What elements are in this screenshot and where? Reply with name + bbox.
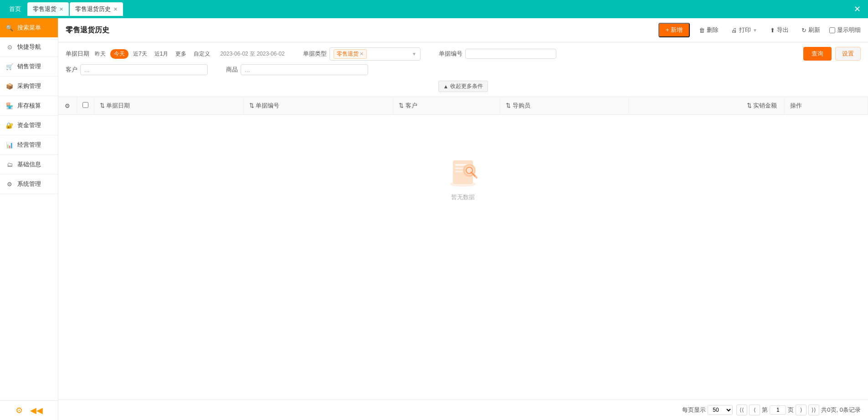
basic-icon: 🗂: [5, 160, 14, 169]
tab-return-history-close[interactable]: ✕: [113, 6, 118, 12]
th-checkbox: [77, 97, 94, 115]
settings-bottom-icon[interactable]: ⚙: [15, 405, 23, 415]
prev-page-button[interactable]: ⟨: [749, 405, 760, 415]
tab-home[interactable]: 首页: [4, 2, 26, 16]
th-guide[interactable]: ⇅ 导购员: [500, 97, 629, 115]
customer-label: 客户: [66, 66, 77, 74]
tab-return-close[interactable]: ✕: [59, 6, 63, 12]
purchase-icon: 📦: [5, 82, 14, 90]
page-label: 第: [762, 406, 768, 414]
pagination-bar: 每页显示 50 10 20 100 ⟨⟨ ⟨ 第 页 ⟩ ⟩⟩ 共0页, 0条记…: [58, 400, 868, 420]
date-filter-label: 单据日期: [66, 50, 89, 58]
sidebar-item-operation-label: 经营管理: [17, 141, 41, 149]
tab-bar: 首页 零售退货 ✕ 零售退货历史 ✕: [4, 2, 854, 16]
tab-return[interactable]: 零售退货 ✕: [27, 2, 69, 16]
filter-row-1: 单据日期 昨天 今天 近7天 近1月 更多 自定义 2023-06-02 至 2…: [66, 47, 861, 61]
sidebar-item-basic[interactable]: 🗂 基础信息: [0, 155, 58, 174]
doc-no-label: 单据编号: [439, 50, 462, 58]
sidebar-item-basic-label: 基础信息: [17, 160, 41, 169]
page-actions: + 新增 🗑 删除 🖨 打印 ▼ ⬆ 导出 ↻ 刷新: [658, 23, 861, 37]
doc-type-tag-close[interactable]: ✕: [360, 51, 364, 57]
delete-icon: 🗑: [699, 27, 705, 34]
tab-return-history[interactable]: 零售退货历史 ✕: [70, 2, 123, 16]
sidebar-item-system[interactable]: ⚙ 系统管理: [0, 174, 58, 194]
volume-icon[interactable]: ◀◀: [30, 405, 43, 415]
data-table: ⚙ ⇅ 单据日期 ⇅ 单据编号 ⇅ 客户: [58, 97, 868, 238]
table-header-row: ⚙ ⇅ 单据日期 ⇅ 单据编号 ⇅ 客户: [58, 97, 868, 115]
doc-type-label: 单据类型: [303, 50, 327, 58]
next-page-button[interactable]: ⟩: [796, 405, 806, 415]
print-icon: 🖨: [731, 27, 737, 34]
sidebar-item-quick-nav[interactable]: ⊙ 快捷导航: [0, 37, 58, 57]
page-title: 零售退货历史: [66, 26, 109, 35]
select-all-checkbox[interactable]: [82, 102, 88, 108]
window-close-button[interactable]: ✕: [854, 4, 861, 14]
show-detail-checkbox[interactable]: [829, 27, 835, 33]
export-button[interactable]: ⬆ 导出: [766, 24, 792, 36]
th-customer[interactable]: ⇅ 客户: [393, 97, 500, 115]
goods-filter: 商品 ...: [226, 64, 368, 75]
page-nav: ⟨⟨ ⟨ 第 页 ⟩ ⟩⟩ 共0页, 0条记录: [736, 405, 861, 415]
tab-home-label: 首页: [9, 5, 21, 13]
page-size-dropdown[interactable]: 50 10 20 100: [708, 405, 733, 415]
customer-select[interactable]: ...: [80, 64, 208, 75]
sidebar-search-label: 搜索菜单: [17, 24, 41, 32]
tab-return-label: 零售退货: [33, 5, 56, 13]
operation-icon: 📊: [5, 141, 14, 149]
goods-label: 商品: [226, 66, 238, 74]
page-size-select: 每页显示 50 10 20 100: [682, 405, 733, 415]
th-doc-no[interactable]: ⇅ 单据编号: [243, 97, 393, 115]
sidebar-item-finance-label: 资金管理: [17, 121, 41, 129]
date-today[interactable]: 今天: [110, 49, 128, 59]
date-options: 昨天 今天 近7天 近1月 更多 自定义: [92, 49, 213, 59]
page-number-input[interactable]: [770, 405, 786, 415]
print-dropdown-icon: ▼: [753, 28, 757, 33]
page-size-label: 每页显示: [682, 406, 706, 414]
sales-icon: 🛒: [5, 62, 14, 71]
main-layout: 🔍 搜索菜单 ⊙ 快捷导航 🛒 销售管理 📦 采购管理 🏪 库存核算 🔐 资金管…: [0, 18, 868, 420]
goods-dots: ...: [245, 66, 250, 73]
last-page-button[interactable]: ⟩⟩: [808, 405, 819, 415]
sidebar-item-inventory-label: 库存核算: [17, 102, 41, 110]
doc-type-select[interactable]: 零售退货 ✕ ▼: [329, 47, 421, 61]
doc-type-filter: 单据类型 零售退货 ✕ ▼: [303, 47, 421, 61]
sidebar-search[interactable]: 🔍 搜索菜单: [0, 18, 58, 37]
tab-return-history-label: 零售退货历史: [75, 5, 111, 13]
table-area: ⚙ ⇅ 单据日期 ⇅ 单据编号 ⇅ 客户: [58, 97, 868, 400]
date-custom[interactable]: 自定义: [191, 49, 213, 59]
collapse-button[interactable]: ▲ 收起更多条件: [438, 81, 488, 92]
inventory-icon: 🏪: [5, 102, 14, 110]
date-yesterday[interactable]: 昨天: [92, 49, 108, 59]
date-1month[interactable]: 近1月: [152, 49, 171, 59]
show-detail-checkbox-label[interactable]: 显示明细: [829, 26, 861, 34]
filter-area: 单据日期 昨天 今天 近7天 近1月 更多 自定义 2023-06-02 至 2…: [58, 42, 868, 97]
th-settings[interactable]: ⚙: [58, 97, 77, 115]
sidebar-item-operation[interactable]: 📊 经营管理: [0, 135, 58, 155]
filter-settings-button[interactable]: 设置: [835, 47, 861, 61]
empty-illustration: [445, 151, 481, 188]
sidebar-item-sales[interactable]: 🛒 销售管理: [0, 57, 58, 77]
print-button[interactable]: 🖨 打印 ▼: [728, 24, 761, 36]
goods-select[interactable]: ...: [241, 64, 368, 75]
refresh-icon: ↻: [801, 27, 806, 34]
date-7days[interactable]: 近7天: [130, 49, 150, 59]
page-header: 零售退货历史 + 新增 🗑 删除 🖨 打印 ▼ ⬆ 导出 ↻: [58, 18, 868, 42]
page-unit: 页: [788, 406, 794, 414]
th-amount[interactable]: ⇅ 实销金额: [628, 97, 785, 115]
doc-no-input[interactable]: [465, 49, 556, 59]
sidebar-item-purchase[interactable]: 📦 采购管理: [0, 77, 58, 96]
first-page-button[interactable]: ⟨⟨: [736, 405, 747, 415]
content-area: 零售退货历史 + 新增 🗑 删除 🖨 打印 ▼ ⬆ 导出 ↻: [58, 18, 868, 420]
sidebar-item-sales-label: 销售管理: [17, 62, 41, 71]
delete-button[interactable]: 🗑 删除: [695, 24, 722, 36]
sidebar-item-inventory[interactable]: 🏪 库存核算: [0, 96, 58, 116]
date-more[interactable]: 更多: [173, 49, 189, 59]
sidebar-item-finance[interactable]: 🔐 资金管理: [0, 116, 58, 135]
refresh-button[interactable]: ↻ 刷新: [798, 24, 824, 36]
collapse-row: ▲ 收起更多条件: [66, 79, 861, 92]
search-button[interactable]: 查询: [803, 47, 832, 61]
collapse-icon: ▲: [443, 83, 449, 90]
add-button[interactable]: + 新增: [658, 23, 690, 37]
th-doc-date[interactable]: ⇅ 单据日期: [94, 97, 243, 115]
date-filter: 单据日期 昨天 今天 近7天 近1月 更多 自定义: [66, 49, 213, 59]
